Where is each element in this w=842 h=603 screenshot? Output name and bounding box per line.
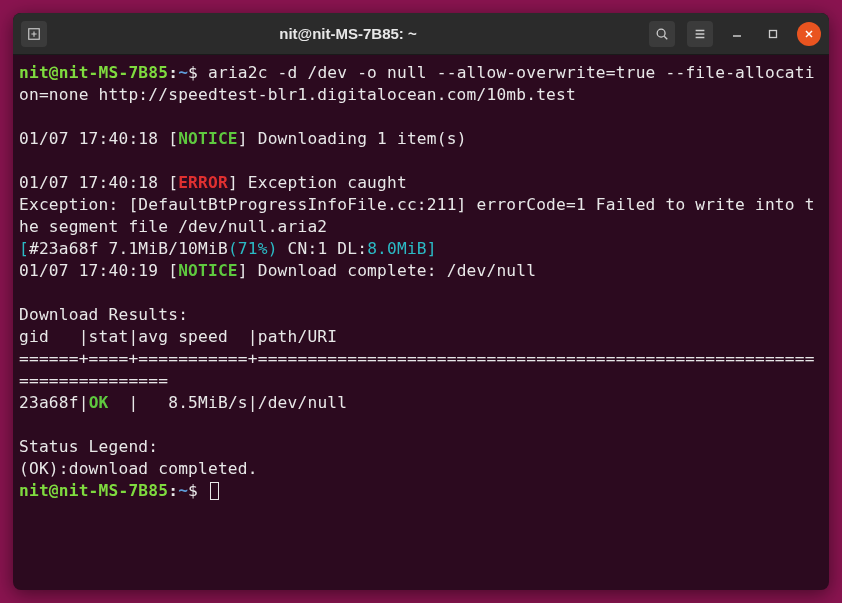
output-line: ] Exception caught [228, 173, 407, 192]
new-tab-button[interactable] [21, 21, 47, 47]
terminal-window: nit@nit-MS-7B85: ~ nit@nit-MS-7B85:~$ ar… [13, 13, 829, 590]
status-legend-ok: (OK):download completed. [19, 459, 258, 478]
output-line: Exception: [DefaultBtProgressInfoFile.cc… [19, 195, 815, 236]
status-ok: OK [89, 393, 109, 412]
table-row: | 8.5MiB/s|/dev/null [109, 393, 348, 412]
output-line: ] Download complete: /dev/null [238, 261, 536, 280]
output-line: 01/07 17:40:18 [ [19, 173, 178, 192]
search-button[interactable] [649, 21, 675, 47]
minimize-button[interactable] [725, 22, 749, 46]
prompt-dollar: $ [188, 63, 198, 82]
svg-point-3 [657, 29, 665, 37]
progress-bracket-open: [ [19, 239, 29, 258]
table-header: gid |stat|avg speed |path/URI [19, 327, 337, 346]
window-title: nit@nit-MS-7B85: ~ [47, 25, 649, 42]
prompt-user: nit@nit-MS-7B85 [19, 481, 168, 500]
progress-dl: 8.0MiB [367, 239, 427, 258]
progress-text: #23a68f 7.1MiB/10MiB [29, 239, 228, 258]
progress-bracket-close: ] [427, 239, 437, 258]
error-label: ERROR [178, 173, 228, 192]
table-row: 23a68f| [19, 393, 89, 412]
prompt-path: ~ [178, 481, 188, 500]
terminal-body[interactable]: nit@nit-MS-7B85:~$ aria2c -d /dev -o nul… [13, 55, 829, 509]
notice-label: NOTICE [178, 129, 238, 148]
menu-button[interactable] [687, 21, 713, 47]
close-button[interactable] [797, 22, 821, 46]
maximize-button[interactable] [761, 22, 785, 46]
notice-label: NOTICE [178, 261, 238, 280]
prompt-colon: : [168, 481, 178, 500]
prompt-user: nit@nit-MS-7B85 [19, 63, 168, 82]
output-line: ] Downloading 1 item(s) [238, 129, 467, 148]
cursor [210, 482, 219, 500]
results-header: Download Results: [19, 305, 188, 324]
progress-conn: CN:1 DL: [278, 239, 368, 258]
prompt-dollar: $ [188, 481, 198, 500]
svg-line-4 [664, 36, 667, 39]
progress-percent: (71%) [228, 239, 278, 258]
titlebar: nit@nit-MS-7B85: ~ [13, 13, 829, 55]
output-line: 01/07 17:40:19 [ [19, 261, 178, 280]
status-legend: Status Legend: [19, 437, 158, 456]
table-sep: ======+====+===========+================… [19, 349, 815, 390]
prompt-path: ~ [178, 63, 188, 82]
prompt-colon: : [168, 63, 178, 82]
output-line: 01/07 17:40:18 [ [19, 129, 178, 148]
svg-rect-9 [770, 30, 777, 37]
